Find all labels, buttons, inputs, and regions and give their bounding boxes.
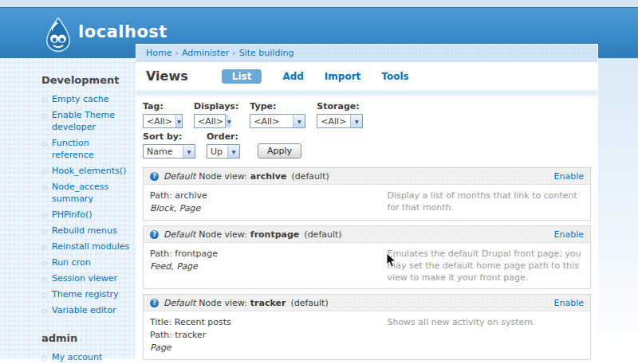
circle-bullet-icon: ○ <box>41 273 47 285</box>
help-icon[interactable]: ? <box>150 172 159 181</box>
filter-sort-by: Sort by: Name▼ <box>143 131 195 159</box>
enable-link[interactable]: Enable <box>554 171 584 182</box>
circle-bullet-icon: ○ <box>41 138 47 150</box>
dropdown-arrow-icon: ▼ <box>293 115 305 127</box>
circle-bullet-icon: ○ <box>41 352 47 364</box>
order-label: Order: <box>207 131 240 142</box>
view-path: Path: frontpage <box>150 248 387 260</box>
breadcrumb-link-home[interactable]: Home <box>146 48 171 58</box>
view-description: Display a list of months that link to co… <box>387 190 584 215</box>
drupal-logo[interactable] <box>43 16 73 56</box>
tab-add[interactable]: Add <box>282 71 303 82</box>
sidebar-item-phpinfo[interactable]: ○PHPinfo() <box>41 209 131 221</box>
view-row-header: ? Default Node view: tracker (default) E… <box>144 295 590 311</box>
sidebar-item-hook-elements[interactable]: ○Hook_elements() <box>41 165 131 177</box>
displays-select[interactable]: <All>▼ <box>194 114 226 128</box>
view-row-tracker: ? Default Node view: tracker (default) E… <box>143 294 591 360</box>
view-displays: Feed, Page <box>150 260 387 273</box>
breadcrumb-separator: › <box>175 48 178 58</box>
view-suffix: (default) <box>290 298 328 308</box>
filter-type: Type: <All>▼ <box>250 101 305 128</box>
sidebar-menu-development: ○Empty cache ○Enable Theme developer ○Fu… <box>41 93 131 316</box>
view-displays: Block, Page <box>150 202 387 215</box>
tab-underline-band <box>136 88 597 98</box>
enable-link[interactable]: Enable <box>554 298 584 308</box>
sidebar-link[interactable]: PHPinfo() <box>52 209 93 220</box>
view-path: Path: archive <box>150 190 387 202</box>
sidebar-item-run-cron[interactable]: ○Run cron <box>41 256 131 268</box>
sidebar-link[interactable]: Enable Theme developer <box>52 110 115 132</box>
view-row-frontpage: ? Default Node view: frontpage (default)… <box>143 225 591 289</box>
sidebar-link[interactable]: My account <box>52 352 102 362</box>
view-description: Shows all new activity on system. <box>387 316 584 354</box>
view-description: Emulates the default Drupal front page; … <box>387 248 584 284</box>
dropdown-arrow-icon: ▼ <box>175 115 182 127</box>
drupal-drop-shape <box>47 18 70 51</box>
filter-row-2: Sort by: Name▼ Order: Up▼ Apply <box>143 131 597 159</box>
sidebar-link[interactable]: Theme registry <box>52 289 119 299</box>
sidebar-section-title-admin: admin <box>41 332 131 344</box>
content-panel: Home›Administer›Site building Views List… <box>136 44 598 364</box>
apply-button[interactable]: Apply <box>258 143 301 159</box>
view-row-header: ? Default Node view: archive (default) E… <box>144 168 590 185</box>
sidebar-item-theme-registry[interactable]: ○Theme registry <box>41 288 131 300</box>
sidebar-link[interactable]: Function reference <box>52 138 94 160</box>
help-icon[interactable]: ? <box>150 299 159 307</box>
site-name[interactable]: localhost <box>78 22 167 41</box>
sidebar-link[interactable]: Rebuild menus <box>52 225 117 236</box>
tag-select[interactable]: <All>▼ <box>143 114 183 128</box>
sidebar-section-title-development: Development <box>41 74 131 86</box>
circle-bullet-icon: ○ <box>41 225 47 237</box>
sidebar-link[interactable]: Empty cache <box>52 94 109 104</box>
displays-label: Displays: <box>194 101 238 112</box>
view-kind: Node view: <box>199 171 247 182</box>
storage-select[interactable]: <All>▼ <box>317 114 363 128</box>
sidebar-item-node-access-summary[interactable]: ○Node_access summary <box>41 181 131 205</box>
sidebar-item-session-viewer[interactable]: ○Session viewer <box>41 272 131 284</box>
order-select[interactable]: Up▼ <box>207 144 240 159</box>
view-title: Title: Recent posts <box>150 316 387 329</box>
circle-bullet-icon: ○ <box>41 182 47 194</box>
sidebar-link[interactable]: Node_access summary <box>52 182 108 204</box>
sort-by-select[interactable]: Name▼ <box>143 144 195 159</box>
type-select[interactable]: <All>▼ <box>250 114 305 128</box>
breadcrumb-link-administer[interactable]: Administer <box>182 48 229 58</box>
sidebar-item-variable-editor[interactable]: ○Variable editor <box>41 304 131 316</box>
circle-bullet-icon: ○ <box>41 257 47 269</box>
view-row-header: ? Default Node view: frontpage (default)… <box>144 226 590 243</box>
view-type-badge: Default <box>163 229 195 240</box>
sidebar-link[interactable]: Run cron <box>52 257 91 268</box>
circle-bullet-icon: ○ <box>41 289 47 301</box>
filter-displays: Displays: <All>▼ <box>194 101 238 128</box>
circle-bullet-icon: ○ <box>41 209 47 221</box>
tab-bar: List Add Import Tools <box>222 69 409 84</box>
sidebar-item-rebuild-menus[interactable]: ○Rebuild menus <box>41 225 131 237</box>
view-suffix: (default) <box>291 171 329 182</box>
breadcrumb: Home›Administer›Site building <box>136 45 597 62</box>
sidebar-item-reinstall-modules[interactable]: ○Reinstall modules <box>41 241 131 252</box>
view-details: Path: frontpage Feed, Page <box>150 248 387 284</box>
help-icon[interactable]: ? <box>150 230 159 239</box>
views-list: ? Default Node view: archive (default) E… <box>136 162 597 360</box>
breadcrumb-link-site-building[interactable]: Site building <box>239 48 294 58</box>
sidebar-item-function-reference[interactable]: ○Function reference <box>41 137 131 161</box>
tab-list[interactable]: List <box>222 69 262 84</box>
storage-label: Storage: <box>317 101 363 112</box>
sidebar-link[interactable]: Variable editor <box>52 305 116 315</box>
sidebar-link[interactable]: Reinstall modules <box>52 241 129 252</box>
sidebar-item-empty-cache[interactable]: ○Empty cache <box>41 93 131 105</box>
tab-import[interactable]: Import <box>325 71 360 82</box>
view-name: frontpage <box>250 229 300 240</box>
tab-tools[interactable]: Tools <box>381 71 408 82</box>
view-name: archive <box>250 171 287 182</box>
enable-link[interactable]: Enable <box>554 229 584 240</box>
dropdown-arrow-icon: ▼ <box>226 115 231 127</box>
circle-bullet-icon: ○ <box>41 110 47 122</box>
view-suffix: (default) <box>304 229 341 240</box>
sidebar-link[interactable]: Session viewer <box>52 273 117 284</box>
sidebar-link[interactable]: Hook_elements() <box>52 166 126 176</box>
sidebar-item-enable-theme-developer[interactable]: ○Enable Theme developer <box>41 109 131 133</box>
circle-bullet-icon: ○ <box>41 241 47 253</box>
sidebar-item-my-account[interactable]: ○My account <box>41 351 131 363</box>
view-row-body: Title: Recent posts Path: tracker Page S… <box>144 311 590 359</box>
